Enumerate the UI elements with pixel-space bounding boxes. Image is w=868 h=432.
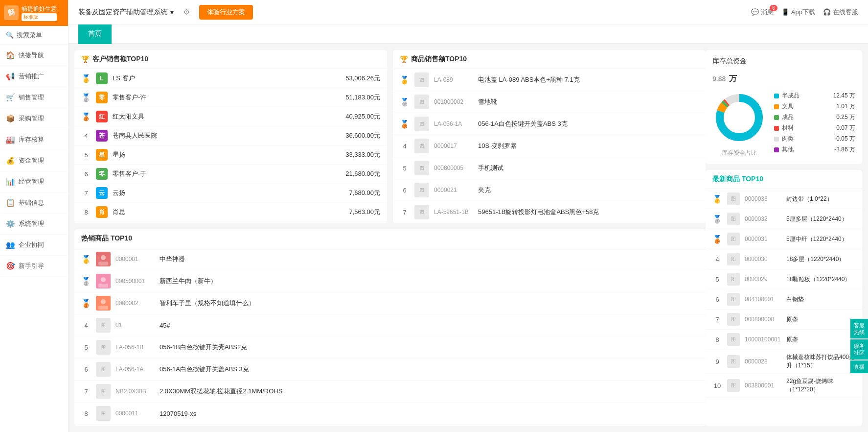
- inventory-unit: 万: [729, 74, 737, 83]
- sidebar-item-营销推广[interactable]: 📢营销推广: [0, 66, 68, 87]
- legend-label: 半成品: [782, 92, 830, 100]
- product-thumbnail: 图: [414, 72, 429, 87]
- bronze-medal-icon: 🥉: [81, 299, 91, 308]
- svg-point-1: [101, 255, 106, 260]
- list-item: 7 图 NB2.0X30B 2.0X30MM双搓花轴.搓花直径2.1MM/ROH…: [74, 381, 706, 403]
- sidebar-item-经营管理[interactable]: 📊经营管理: [0, 171, 68, 192]
- donut-chart-svg: [712, 91, 766, 144]
- legend-value: 0.07 万: [836, 124, 855, 132]
- product-thumbnail: 图: [727, 273, 740, 286]
- avatar: 零: [96, 92, 108, 103]
- product-sales-title: 商品销售额TOP10: [411, 55, 467, 64]
- sidebar-item-销售管理[interactable]: 🛒销售管理: [0, 87, 68, 108]
- sidebar-item-基础信息[interactable]: 📋基础信息: [0, 192, 68, 214]
- sidebar-item-采购管理[interactable]: 📦采购管理: [0, 108, 68, 129]
- product-name: 22g鱼豆腐-烧烤味（1*12*20）: [786, 377, 855, 394]
- sidebar-item-快捷导航[interactable]: 🏠快捷导航: [0, 45, 68, 66]
- new-products-badge: TOP10: [742, 175, 763, 183]
- table-row: 6 零 零售客户-于 21,680.00元: [74, 165, 387, 184]
- product-code: 004100001: [745, 296, 781, 303]
- product-name: 45#: [160, 322, 699, 329]
- product-thumbnail: 图: [727, 379, 740, 392]
- topbar: 装备及固定资产辅助管理系统 ▾ ⚙ 体验行业方案 💬 消息 6 📱 App下载 …: [69, 0, 868, 24]
- menu-label: 经营管理: [19, 177, 44, 186]
- product-name: 白钢垫: [786, 295, 855, 304]
- product-code: 0000032: [745, 216, 781, 222]
- svg-rect-8: [98, 306, 108, 310]
- sidebar-item-系统管理[interactable]: ⚙️系统管理: [0, 214, 68, 235]
- sidebar-item-资金管理[interactable]: 💰资金管理: [0, 150, 68, 171]
- product-thumbnail: 图: [96, 318, 111, 333]
- customer-amount: 7,680.00元: [349, 189, 380, 197]
- list-item: 5 图 0000029 18颗粒板（1220*2440）: [706, 269, 862, 289]
- sidebar-item-库存核算[interactable]: 🏭库存核算: [0, 129, 68, 150]
- customer-amount: 7,563.00元: [349, 208, 380, 216]
- legend-value: -0.05 万: [834, 135, 855, 143]
- logo-icon: 畅: [4, 5, 19, 20]
- svg-rect-5: [98, 284, 108, 288]
- list-item: 5 图 LA-056-1B 056-1B白色按键开关壳ABS2克: [74, 336, 706, 359]
- list-item: 6 图 004100001 白钢垫: [706, 289, 862, 310]
- product-code: LA-056-1B: [115, 344, 155, 351]
- product-name: 夹克: [478, 186, 699, 194]
- list-item: 10 图 003800001 22g鱼豆腐-烧烤味（1*12*20）: [706, 374, 862, 398]
- rank-number: 5: [400, 165, 410, 172]
- new-products-header: 最新商品 TOP10: [706, 170, 862, 189]
- sidebar-item-新手引导[interactable]: 🎯新手引导: [0, 256, 68, 277]
- list-item: 🥇 0000001 中华神器: [74, 248, 706, 270]
- rank-number: 4: [81, 322, 91, 329]
- system-selector[interactable]: 装备及固定资产辅助管理系统 ▾: [78, 8, 174, 17]
- menu-icon: 🏭: [6, 135, 15, 144]
- rank-number: 5: [81, 151, 91, 159]
- product-thumbnail: [96, 274, 111, 288]
- app-download-button[interactable]: 📱 App下载: [781, 8, 815, 17]
- tab-home[interactable]: 首页: [78, 24, 112, 44]
- phone-icon: 📱: [781, 8, 789, 16]
- product-thumbnail: [96, 252, 111, 266]
- product-name: 雪地靴: [478, 97, 699, 106]
- table-row: 4 图 0000017 10S 变刹罗紧: [393, 135, 706, 157]
- trial-button[interactable]: 体验行业方案: [199, 5, 253, 20]
- legend-label: 其他: [782, 145, 831, 154]
- avatar: 云: [96, 187, 108, 199]
- inventory-legend: 半成品 12.45 万 文具 1.01 万 成品 0.25 万 材料 0.07 …: [774, 92, 855, 156]
- live-button[interactable]: 直播: [850, 360, 868, 373]
- product-thumbnail: 图: [96, 362, 111, 377]
- customer-name: 红太阳文具: [113, 112, 341, 121]
- topbar-actions: 💬 消息 6 📱 App下载 🎧 在线客服: [751, 8, 858, 17]
- customer-name: 零售客户-许: [113, 93, 341, 102]
- sidebar-item-企业协同[interactable]: 👥企业协同: [0, 235, 68, 256]
- customer-ranking-header: 🏆 客户销售额TOP10: [74, 50, 387, 69]
- product-code: LA-056-1A: [115, 366, 155, 373]
- legend-color: [774, 94, 779, 98]
- table-row: 7 云 云扬 7,680.00元: [74, 184, 387, 203]
- rank-number: 8: [81, 410, 91, 417]
- rank-number: 9: [712, 358, 722, 365]
- service-community-button[interactable]: 服务社区: [850, 339, 868, 360]
- content-area: 🏆 客户销售额TOP10 🥇 L LS 客户 53,006.26元 🥈 零 零售…: [69, 44, 868, 432]
- customer-name: 零售客户-于: [113, 169, 341, 178]
- gold-medal-icon: 🥇: [81, 255, 91, 264]
- table-row: 🥉 红 红太阳文具 40,925.00元: [74, 107, 387, 126]
- customer-amount: 51,183.00元: [345, 93, 380, 102]
- list-item: 8 图 0000011 12070519-xs: [74, 403, 706, 425]
- menu-icon: 📦: [6, 114, 15, 123]
- product-trophy-icon: 🏆: [400, 55, 408, 63]
- product-code: 000800008: [745, 316, 781, 323]
- list-item: 9 图 0000028 体械嘉核味苏打饮品400毫升（1*15）: [706, 350, 862, 374]
- product-code: LA-089: [434, 76, 473, 83]
- product-name: 59651-1B旋转投影灯电池盒ABS黑色+58克: [478, 208, 699, 216]
- message-button[interactable]: 💬 消息 6: [751, 8, 774, 17]
- online-service-button[interactable]: 🎧 在线客服: [823, 8, 858, 17]
- silver-medal-icon: 🥈: [712, 215, 722, 224]
- sidebar-search[interactable]: 🔍 搜索菜单: [0, 26, 68, 45]
- legend-value: 0.25 万: [836, 113, 855, 121]
- hot-products-list: 🥇 0000001 中华神器 🥈 000500001 新西兰牛肉（新牛） 🥉 0…: [74, 248, 706, 426]
- rank-number: 10: [712, 382, 722, 389]
- rank-number: 8: [712, 336, 722, 343]
- gold-medal-icon: 🥇: [400, 75, 410, 85]
- customer-service-button[interactable]: 客服热线: [850, 319, 868, 339]
- settings-icon[interactable]: ⚙: [180, 5, 193, 19]
- legend-value: 1.01 万: [836, 102, 855, 111]
- product-sales-panel: 🏆 商品销售额TOP10 🥇 图 LA-089 电池盖 LA-089 ABS本色…: [393, 50, 706, 223]
